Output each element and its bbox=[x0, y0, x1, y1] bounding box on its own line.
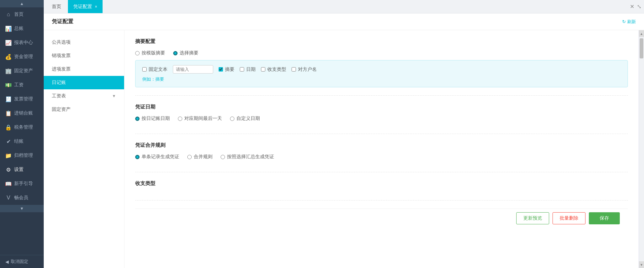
sidebar-item-member[interactable]: V 畅会员 bbox=[0, 191, 44, 205]
sidebar-item-label: 总账 bbox=[14, 26, 24, 32]
date-checkbox[interactable] bbox=[240, 67, 244, 72]
content-body: 公共选项 销项发票 进项发票 日记账 工资表 ▼ 固定资产 bbox=[44, 30, 644, 268]
sidebar-item-archive[interactable]: 📁 归档管理 bbox=[0, 148, 44, 163]
batch-delete-button[interactable]: 批量删除 bbox=[553, 212, 585, 224]
invoice-icon: 🧾 bbox=[5, 96, 11, 102]
summary-select-option[interactable]: 选择摘要 bbox=[173, 50, 198, 56]
summary-title: 摘要配置 bbox=[135, 38, 628, 45]
custom-date-label: 自定义日期 bbox=[236, 116, 260, 122]
sidebar-scroll-up[interactable]: ▲ bbox=[0, 0, 44, 7]
sidebar-item-ledger[interactable]: 📊 总账 bbox=[0, 21, 44, 36]
scroll-thumb-area bbox=[639, 37, 644, 261]
page-content: 凭证配置 ↻ 刷新 公共选项 销项发票 进项发票 日记账 bbox=[44, 13, 644, 268]
abstract-checkbox-item[interactable]: 摘要 bbox=[219, 66, 234, 73]
select-total-option[interactable]: 按照选择汇总生成凭证 bbox=[221, 154, 274, 160]
tab-bar: 首页 凭证配置 × ✕ ⤡ bbox=[44, 0, 644, 13]
merge-rule-option[interactable]: 合并规则 bbox=[187, 154, 213, 160]
reports-icon: 📈 bbox=[5, 40, 11, 46]
sidebar-item-close[interactable]: ✔ 结账 bbox=[0, 134, 44, 148]
scroll-bar[interactable] bbox=[640, 38, 643, 58]
counterpart-checkbox[interactable] bbox=[292, 67, 296, 72]
nav-item-journal[interactable]: 日记账 bbox=[44, 76, 124, 89]
income-type-checkbox[interactable] bbox=[261, 67, 265, 72]
left-nav: 公共选项 销项发票 进项发票 日记账 工资表 ▼ 固定资产 bbox=[44, 30, 124, 268]
tab-close-button[interactable]: × bbox=[95, 4, 97, 9]
custom-date-option[interactable]: 自定义日期 bbox=[230, 116, 260, 122]
select-total-radio[interactable] bbox=[221, 155, 225, 159]
journal-date-option[interactable]: 按日记账日期 bbox=[135, 116, 170, 122]
save-button[interactable]: 保存 bbox=[589, 212, 620, 224]
tab-bar-actions: ✕ ⤡ bbox=[630, 3, 641, 10]
sidebar-item-label: 资金管理 bbox=[14, 54, 33, 60]
fixed-text-input[interactable] bbox=[173, 65, 213, 74]
outer-scrollbar: ▲ ▼ bbox=[639, 30, 644, 268]
refresh-label: 刷新 bbox=[627, 19, 636, 25]
example-text: 例如：摘要 bbox=[142, 76, 621, 82]
sidebar-item-tax[interactable]: 🔒 税务管理 bbox=[0, 120, 44, 134]
sidebar-item-label: 结账 bbox=[14, 138, 24, 144]
sidebar-item-home[interactable]: ⌂ 首页 bbox=[0, 7, 44, 21]
sidebar-scroll-down[interactable]: ▼ bbox=[0, 205, 44, 212]
sidebar-item-funds[interactable]: 💰 资金管理 bbox=[0, 50, 44, 64]
period-last-option[interactable]: 对应期间最后一天 bbox=[178, 116, 222, 122]
nav-item-sales-invoice[interactable]: 销项发票 bbox=[44, 49, 124, 62]
period-last-radio[interactable] bbox=[178, 117, 182, 121]
update-preview-button[interactable]: 更新预览 bbox=[516, 212, 549, 224]
voucher-date-section: 凭证日期 按日记账日期 对应期间最后一天 自定义日期 bbox=[135, 104, 628, 134]
refresh-icon: ↻ bbox=[622, 19, 626, 24]
summary-template-radio[interactable] bbox=[135, 51, 140, 55]
nav-item-purchase-invoice[interactable]: 进项发票 bbox=[44, 62, 124, 76]
sidebar-item-purchase-sales[interactable]: 📋 进销台账 bbox=[0, 106, 44, 120]
summary-config-box: 固定文本 摘要 日期 bbox=[135, 60, 628, 87]
income-type-checkbox-item[interactable]: 收支类型 bbox=[261, 66, 286, 73]
custom-date-radio[interactable] bbox=[230, 117, 234, 121]
scroll-down-arrow[interactable]: ▼ bbox=[639, 261, 644, 268]
sidebar-item-settings[interactable]: ⚙ 设置 bbox=[0, 163, 44, 177]
counterpart-checkbox-item[interactable]: 对方户名 bbox=[292, 66, 317, 73]
chevron-down-icon: ▼ bbox=[112, 94, 116, 98]
close-window-icon[interactable]: ✕ bbox=[630, 3, 634, 10]
single-record-option[interactable]: 单条记录生成凭证 bbox=[135, 154, 179, 160]
summary-template-option[interactable]: 按模版摘要 bbox=[135, 50, 165, 56]
sidebar-item-label: 新手引导 bbox=[14, 181, 33, 187]
nav-item-payroll[interactable]: 工资表 ▼ bbox=[44, 89, 124, 103]
single-record-radio[interactable] bbox=[135, 155, 140, 159]
tab-label: 凭证配置 bbox=[73, 4, 92, 10]
sidebar-unpin[interactable]: ◀ 取消固定 bbox=[0, 255, 44, 268]
summary-options-row: 固定文本 摘要 日期 bbox=[142, 65, 621, 74]
restore-window-icon[interactable]: ⤡ bbox=[637, 3, 641, 10]
merge-title: 凭证合并规则 bbox=[135, 142, 628, 148]
abstract-label: 摘要 bbox=[225, 66, 234, 73]
scroll-up-arrow[interactable]: ▲ bbox=[639, 30, 644, 37]
sidebar-item-label: 税务管理 bbox=[14, 124, 33, 130]
sidebar-item-label: 首页 bbox=[14, 11, 24, 17]
fixed-text-checkbox[interactable] bbox=[142, 67, 147, 72]
refresh-button[interactable]: ↻ 刷新 bbox=[622, 19, 636, 25]
sidebar-item-invoice[interactable]: 🧾 发票管理 bbox=[0, 92, 44, 106]
sidebar-item-label: 归档管理 bbox=[14, 152, 33, 159]
tab-voucher-config[interactable]: 凭证配置 × bbox=[68, 0, 103, 13]
page-title: 凭证配置 bbox=[52, 18, 73, 25]
income-type-title: 收支类型 bbox=[135, 180, 628, 187]
date-options-row: 按日记账日期 对应期间最后一天 自定义日期 bbox=[135, 116, 628, 122]
abstract-checkbox[interactable] bbox=[219, 67, 223, 72]
merge-rule-label: 合并规则 bbox=[194, 154, 213, 160]
date-checkbox-item[interactable]: 日期 bbox=[240, 66, 256, 73]
voucher-date-title: 凭证日期 bbox=[135, 104, 628, 110]
summary-select-radio[interactable] bbox=[173, 51, 178, 55]
nav-item-fixed-assets[interactable]: 固定资产 bbox=[44, 103, 124, 116]
sidebar-item-label: 报表中心 bbox=[14, 40, 33, 46]
merge-rule-radio[interactable] bbox=[187, 155, 192, 159]
journal-date-radio[interactable] bbox=[135, 117, 140, 121]
unpin-icon: ◀ bbox=[5, 259, 9, 264]
sidebar-item-assets[interactable]: 🏢 固定资产 bbox=[0, 64, 44, 78]
sidebar-item-guide[interactable]: 📖 新手引导 bbox=[0, 177, 44, 191]
sidebar-item-reports[interactable]: 📈 报表中心 bbox=[0, 36, 44, 50]
page-header: 凭证配置 ↻ 刷新 bbox=[44, 13, 644, 30]
nav-item-public[interactable]: 公共选项 bbox=[44, 36, 124, 49]
journal-date-label: 按日记账日期 bbox=[142, 116, 170, 122]
fixed-text-checkbox-item[interactable]: 固定文本 bbox=[142, 66, 167, 73]
summary-select-label: 选择摘要 bbox=[180, 50, 198, 56]
sidebar-item-salary[interactable]: 💵 工资 bbox=[0, 78, 44, 92]
tab-home[interactable]: 首页 bbox=[46, 0, 67, 13]
